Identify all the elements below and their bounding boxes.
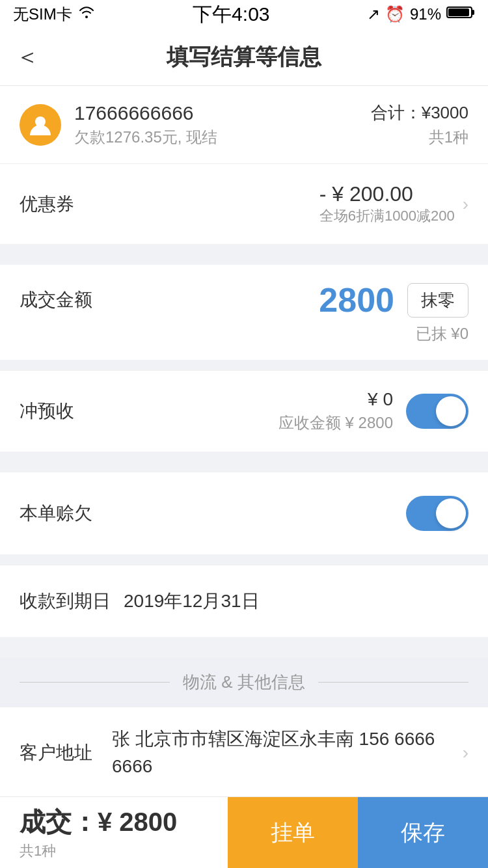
status-time: 下午4:03 bbox=[193, 1, 269, 28]
duedate-value: 2019年12月31日 bbox=[124, 589, 260, 614]
amount-row: 成交金额 2800 抹零 bbox=[20, 280, 468, 319]
status-right: ↗ ⏰ 91% bbox=[367, 5, 475, 23]
coupon-chevron-icon: › bbox=[463, 194, 468, 215]
customer-card: 17666666666 欠款1276.35元, 现结 合计：¥3000 共1种 … bbox=[0, 86, 488, 244]
amount-label: 成交金额 bbox=[20, 288, 92, 312]
amount-value: 2800 bbox=[319, 280, 394, 319]
round-button[interactable]: 抹零 bbox=[407, 283, 468, 318]
charge-sub: 应收金额 ¥ 2800 bbox=[278, 413, 393, 433]
logistics-text: 物流 & 其他信息 bbox=[183, 671, 305, 694]
customer-debt: 欠款1276.35元, 现结 bbox=[74, 127, 217, 148]
amount-value-group: 2800 抹零 bbox=[319, 280, 468, 319]
coupon-desc: 全场6折满1000减200 bbox=[319, 206, 455, 226]
total-label: 合计：¥3000 bbox=[371, 102, 468, 124]
customer-total: 合计：¥3000 共1种 bbox=[371, 102, 468, 148]
customer-info: 17666666666 欠款1276.35元, 现结 bbox=[74, 102, 217, 148]
charge-value: ¥ 0 bbox=[278, 389, 393, 410]
amount-section: 成交金额 2800 抹零 已抹 ¥0 bbox=[0, 265, 488, 360]
content: 17666666666 欠款1276.35元, 现结 合计：¥3000 共1种 … bbox=[0, 86, 488, 868]
location-icon: ↗ bbox=[367, 5, 380, 23]
battery-icon bbox=[446, 5, 475, 23]
charge-toggle[interactable] bbox=[406, 394, 468, 429]
address-row[interactable]: 客户地址 张 北京市市辖区海淀区永丰南 156 6666 6666 › bbox=[0, 707, 488, 798]
section-separator-3 bbox=[0, 647, 488, 658]
wifi-icon bbox=[77, 5, 96, 23]
address-value: 张 北京市市辖区海淀区永丰南 156 6666 6666 bbox=[112, 726, 456, 780]
customer-left: 17666666666 欠款1276.35元, 现结 bbox=[20, 102, 217, 148]
address-chevron-icon: › bbox=[463, 742, 468, 763]
charge-row: 冲预收 ¥ 0 应收金额 ¥ 2800 bbox=[0, 370, 488, 452]
debt-row: 本单赊欠 bbox=[0, 472, 488, 554]
battery-text: 91% bbox=[410, 5, 441, 23]
charge-right: ¥ 0 应收金额 ¥ 2800 bbox=[278, 389, 468, 433]
save-button[interactable]: 保存 bbox=[358, 797, 488, 869]
amount-sub: 已抹 ¥0 bbox=[20, 323, 468, 344]
svg-rect-2 bbox=[472, 10, 474, 15]
bottom-amount-label: 成交： bbox=[20, 807, 98, 836]
total-count: 共1种 bbox=[371, 127, 468, 148]
debt-toggle[interactable] bbox=[406, 496, 468, 531]
nav-bar: ＜ 填写结算等信息 bbox=[0, 29, 488, 86]
duedate-label: 收款到期日 bbox=[20, 589, 111, 614]
alarm-icon: ⏰ bbox=[385, 5, 405, 23]
bottom-amount: 成交：¥ 2800 bbox=[20, 804, 208, 840]
coupon-row[interactable]: 优惠券 - ¥ 200.00 全场6折满1000减200 › bbox=[0, 163, 488, 244]
section-separator-1 bbox=[0, 254, 488, 265]
debt-label: 本单赊欠 bbox=[20, 501, 92, 526]
coupon-right: - ¥ 200.00 全场6折满1000减200 › bbox=[319, 182, 468, 226]
duedate-row: 收款到期日 2019年12月31日 bbox=[0, 565, 488, 637]
customer-phone: 17666666666 bbox=[74, 102, 217, 124]
logistics-line-left bbox=[20, 682, 170, 683]
address-label: 客户地址 bbox=[20, 740, 92, 765]
bottom-bar: 成交：¥ 2800 共1种 挂单 保存 bbox=[0, 796, 488, 868]
back-button[interactable]: ＜ bbox=[16, 41, 39, 73]
bottom-count: 共1种 bbox=[20, 841, 208, 861]
customer-row: 17666666666 欠款1276.35元, 现结 合计：¥3000 共1种 bbox=[0, 86, 488, 163]
nav-title: 填写结算等信息 bbox=[167, 42, 321, 72]
charge-label: 冲预收 bbox=[20, 399, 74, 424]
svg-rect-1 bbox=[448, 8, 469, 16]
pending-button[interactable]: 挂单 bbox=[228, 797, 358, 869]
bottom-summary: 成交：¥ 2800 共1种 bbox=[0, 804, 228, 861]
section-separator-2 bbox=[0, 462, 488, 472]
coupon-discount: - ¥ 200.00 bbox=[319, 182, 455, 206]
carrier-text: 无SIM卡 bbox=[13, 4, 72, 25]
bottom-amount-value: ¥ 2800 bbox=[98, 807, 177, 836]
status-left: 无SIM卡 bbox=[13, 4, 96, 25]
status-bar: 无SIM卡 下午4:03 ↗ ⏰ 91% bbox=[0, 0, 488, 29]
coupon-label: 优惠券 bbox=[20, 192, 74, 217]
logistics-line-right bbox=[318, 682, 468, 683]
logistics-separator: 物流 & 其他信息 bbox=[0, 658, 488, 707]
avatar bbox=[20, 104, 61, 146]
